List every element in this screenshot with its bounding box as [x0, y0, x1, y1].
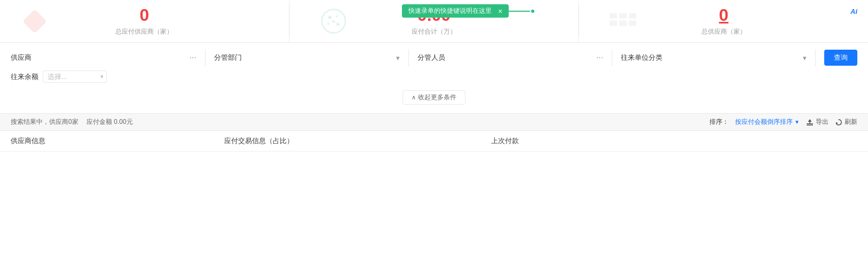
collapse-row: ∧ 收起更多条件 — [11, 85, 857, 109]
filter-row-1: 供应商 ··· 分管部门 ▾ 分管人员 ··· 往来单位分类 ▾ 查询 — [11, 49, 857, 66]
svg-marker-17 — [836, 122, 838, 124]
tooltip-dot — [530, 9, 535, 14]
svg-rect-11 — [610, 20, 617, 26]
tooltip-close-button[interactable]: × — [498, 7, 502, 15]
grid-icon — [609, 12, 638, 30]
export-label: 导出 — [816, 117, 828, 127]
filter-department: 分管部门 ▾ — [206, 49, 409, 66]
person-dots[interactable]: ··· — [596, 53, 603, 62]
stat-payable-total: 快速录单的快捷键说明在这里 × 0.00 应付合计（万） — [290, 0, 579, 42]
person-label: 分管人员 — [417, 53, 445, 62]
total-suppliers-count: 0 — [719, 6, 729, 25]
col-last-payment: 上次付款 — [491, 136, 857, 146]
dept-input[interactable] — [246, 54, 394, 62]
svg-point-4 — [336, 15, 338, 17]
results-amount: 应付金额 0.00元 — [86, 118, 133, 125]
search-button[interactable]: 查询 — [824, 50, 857, 66]
total-suppliers-label: 总供应商（家） — [701, 27, 746, 36]
svg-rect-8 — [610, 13, 617, 18]
results-actions: 排序： 按应付会额倒序排序 ▼ 导出 刷新 — [709, 117, 857, 127]
supplier-dots[interactable]: ··· — [190, 53, 196, 62]
svg-point-3 — [328, 15, 332, 19]
svg-rect-14 — [807, 123, 813, 124]
balance-select[interactable]: 选择... — [43, 70, 107, 83]
svg-point-7 — [332, 20, 335, 23]
ap-suppliers-label: 总应付供应商（家） — [115, 27, 173, 36]
payable-label: 应付合计（万） — [412, 27, 456, 36]
supplier-input[interactable] — [36, 54, 187, 62]
tooltip-text: 快速录单的快捷键说明在这里 — [408, 6, 492, 15]
export-icon — [806, 119, 814, 126]
stat-total-suppliers-right: 0 总供应商（家） Ai — [579, 0, 868, 42]
unit-type-input[interactable] — [667, 54, 801, 62]
svg-rect-13 — [629, 20, 636, 26]
svg-rect-12 — [619, 20, 627, 26]
balance-label: 往来余额 — [11, 72, 38, 82]
sort-value: 按应付会额倒序排序 — [735, 118, 793, 125]
col-supplier-info: 供应商信息 — [11, 136, 224, 146]
cookie-icon — [319, 6, 349, 36]
sort-chevron-icon: ▼ — [794, 119, 800, 125]
unit-type-label: 往来单位分类 — [621, 53, 662, 62]
export-button[interactable]: 导出 — [806, 117, 828, 127]
stats-bar: 0 总应付供应商（家） 快速录单的快捷键说明在这里 × 0.00 应付合计（万） — [0, 0, 868, 43]
diamond-icon — [21, 8, 48, 35]
supplier-label: 供应商 — [11, 53, 31, 62]
unit-type-chevron-icon[interactable]: ▾ — [803, 54, 807, 62]
table-body — [0, 152, 868, 275]
svg-rect-9 — [619, 13, 627, 18]
results-count: 搜索结果中，供应商0家 — [11, 118, 78, 125]
results-bar: 搜索结果中，供应商0家 应付金额 0.00元 排序： 按应付会额倒序排序 ▼ 导… — [0, 114, 868, 131]
collapse-icon: ∧ — [412, 94, 416, 101]
refresh-label: 刷新 — [845, 117, 857, 127]
refresh-button[interactable]: 刷新 — [835, 117, 857, 127]
svg-point-6 — [336, 22, 340, 26]
collapse-button[interactable]: ∧ 收起更多条件 — [403, 90, 465, 105]
table-header: 供应商信息 应付交易信息（占比） 上次付款 — [0, 131, 868, 152]
person-input[interactable] — [449, 54, 594, 62]
ap-suppliers-count: 0 — [139, 6, 149, 25]
filter-unit-type: 往来单位分类 ▾ — [612, 49, 816, 66]
svg-marker-16 — [808, 119, 812, 123]
svg-point-5 — [327, 22, 329, 25]
svg-rect-0 — [23, 10, 46, 32]
results-summary: 搜索结果中，供应商0家 应付金额 0.00元 — [11, 117, 133, 127]
filter-person: 分管人员 ··· — [409, 49, 612, 66]
collapse-label: 收起更多条件 — [418, 93, 456, 102]
filter-area: 供应商 ··· 分管部门 ▾ 分管人员 ··· 往来单位分类 ▾ 查询 往来余额 — [0, 43, 868, 114]
svg-rect-15 — [807, 124, 813, 125]
svg-rect-10 — [629, 13, 636, 18]
stat-total-ap-suppliers: 0 总应付供应商（家） — [0, 0, 289, 42]
dept-label: 分管部门 — [214, 53, 242, 62]
filter-supplier: 供应商 ··· — [11, 49, 206, 66]
filter-row-2: 往来余额 选择... ▾ — [11, 70, 857, 85]
col-ap-transaction: 应付交易信息（占比） — [224, 136, 491, 146]
balance-select-wrapper: 选择... ▾ — [43, 70, 107, 83]
dept-chevron-icon[interactable]: ▾ — [396, 54, 400, 62]
refresh-icon — [835, 119, 842, 126]
sort-select[interactable]: 按应付会额倒序排序 ▼ — [735, 117, 800, 127]
sort-label: 排序： — [709, 117, 729, 127]
tooltip-bar: 快速录单的快捷键说明在这里 × — [402, 4, 509, 18]
ai-label: Ai — [850, 7, 857, 15]
